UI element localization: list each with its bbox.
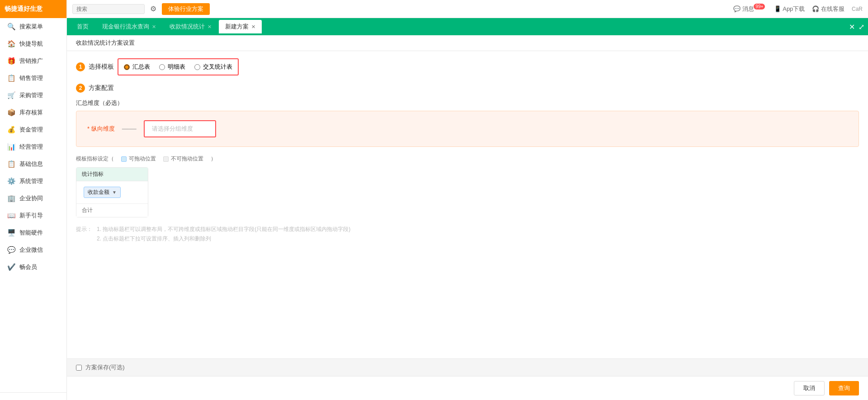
service-icon: 🎧 bbox=[812, 5, 819, 12]
enterprise-icon: 🏢 bbox=[7, 194, 16, 202]
sidebar-item-label: 基础信息 bbox=[19, 160, 43, 168]
indicator-table: 统计指标 收款金额 ▼ 合计 bbox=[76, 167, 148, 217]
tip-1: 提示： 1. 拖动标题栏可以调整布局，不可跨维度或指标区域拖动栏目字段(只能在同… bbox=[76, 226, 859, 233]
app-download[interactable]: 📱 App下载 bbox=[774, 5, 805, 13]
marketing-icon: 🎁 bbox=[7, 57, 16, 65]
legend-drag: 可拖动位置 bbox=[121, 155, 156, 163]
sidebar-item-label: 资金管理 bbox=[19, 126, 43, 134]
sidebar-item-label: 采购管理 bbox=[19, 91, 43, 99]
sidebar-item-enterprise[interactable]: 🏢企业协同 bbox=[0, 190, 66, 207]
online-service[interactable]: 🎧 在线客服 bbox=[812, 5, 844, 13]
dimension-title: 汇总维度（必选） bbox=[76, 99, 859, 107]
tab-receipt-stats[interactable]: 收款情况统计✕ bbox=[163, 20, 218, 33]
sidebar-item-label: 搜索菜单 bbox=[19, 23, 43, 31]
sidebar-item-guide[interactable]: 📖新手引导 bbox=[0, 207, 66, 224]
indicators-section: 模板指标设定（ 可拖动位置 不可拖动位置 ） 统计指标 bbox=[76, 155, 859, 217]
dimension-subsection: 汇总维度（必选） * 纵向维度 —— 请选择分组维度 bbox=[76, 99, 859, 147]
message-icon: 💬 bbox=[733, 5, 741, 12]
tab-label-home: 首页 bbox=[77, 23, 89, 31]
legend-nodrag: 不可拖动位置 bbox=[163, 155, 203, 163]
indicator-legend: 模板指标设定（ 可拖动位置 不可拖动位置 ） bbox=[76, 155, 859, 163]
tab-close-receipt-stats[interactable]: ✕ bbox=[208, 24, 212, 30]
tip-prefix: 提示： bbox=[76, 226, 95, 232]
sidebar-item-label: 企业微信 bbox=[19, 246, 43, 254]
radio-detail[interactable]: 明细表 bbox=[159, 63, 185, 71]
indicator-sum: 合计 bbox=[76, 203, 148, 217]
tab-close-new-plan[interactable]: ✕ bbox=[251, 24, 255, 30]
tab-label-receipt-stats: 收款情况统计 bbox=[170, 23, 205, 31]
sidebar-item-label: 新手引导 bbox=[19, 212, 43, 220]
step1-badge: 1 bbox=[76, 62, 85, 71]
sidebar-item-purchase[interactable]: 🛒采购管理 bbox=[0, 87, 66, 104]
tab-label-new-plan: 新建方案 bbox=[225, 23, 249, 31]
close-window-icon[interactable]: ✕ bbox=[849, 23, 855, 31]
tab-bank-flow[interactable]: 现金银行流水查询✕ bbox=[96, 20, 162, 33]
user-display[interactable]: CaR bbox=[852, 6, 863, 12]
footer-save-section: 方案保存(可选) bbox=[67, 358, 868, 376]
vertical-dimension-label: * 纵向维度 bbox=[87, 125, 115, 133]
member-icon: ✔️ bbox=[7, 263, 16, 271]
sidebar-item-wechat[interactable]: 💬企业微信 bbox=[0, 241, 66, 259]
inventory-icon: 📦 bbox=[7, 108, 16, 117]
purchase-icon: 🛒 bbox=[7, 91, 16, 99]
tab-new-plan[interactable]: 新建方案✕ bbox=[219, 20, 262, 33]
finance-icon: 💰 bbox=[7, 126, 16, 134]
template-selection: 汇总表 明细表 交叉统计表 bbox=[118, 58, 239, 75]
gear-icon[interactable]: ⚙ bbox=[150, 5, 156, 13]
tab-home[interactable]: 首页 bbox=[71, 20, 95, 33]
system-icon: ⚙️ bbox=[7, 177, 16, 185]
arrow-icon: —— bbox=[122, 125, 137, 133]
radio-summary[interactable]: 汇总表 bbox=[124, 63, 150, 71]
step2-badge: 2 bbox=[76, 84, 85, 93]
sidebar-item-label: 快捷导航 bbox=[19, 40, 43, 48]
sidebar-item-operations[interactable]: 📊经营管理 bbox=[0, 138, 66, 155]
notification-badge: 99+ bbox=[754, 4, 765, 9]
summary-label: 汇总表 bbox=[132, 63, 150, 71]
maximize-icon[interactable]: ⤢ bbox=[859, 23, 864, 31]
step2-title: 2 方案配置 bbox=[76, 84, 859, 93]
query-button[interactable]: 查询 bbox=[829, 381, 859, 395]
tab-label-bank-flow: 现金银行流水查询 bbox=[102, 23, 149, 31]
app-icon: 📱 bbox=[774, 5, 781, 12]
sidebar-item-sales[interactable]: 📋销售管理 bbox=[0, 70, 66, 87]
cancel-button[interactable]: 取消 bbox=[794, 381, 825, 395]
topbar-right: 💬 消息 99+ 📱 App下载 🎧 在线客服 CaR bbox=[733, 5, 863, 13]
sidebar-item-basic-info[interactable]: 📋基础信息 bbox=[0, 155, 66, 173]
group-dimension-select[interactable]: 请选择分组维度 bbox=[144, 120, 216, 137]
tab-close-bank-flow[interactable]: ✕ bbox=[152, 24, 156, 30]
sidebar-item-finance[interactable]: 💰资金管理 bbox=[0, 121, 66, 138]
save-plan-label: 方案保存(可选) bbox=[85, 363, 125, 372]
sidebar-item-inventory[interactable]: 📦库存核算 bbox=[0, 104, 66, 121]
sidebar-item-system[interactable]: ⚙️系统管理 bbox=[0, 173, 66, 190]
indicator-group-header: 统计指标 bbox=[76, 168, 148, 181]
sidebar-item-hardware[interactable]: 🖥️智能硬件 bbox=[0, 224, 66, 241]
step1-label: 选择模板 bbox=[89, 63, 114, 71]
sidebar-item-label: 销售管理 bbox=[19, 74, 43, 82]
sidebar-item-label: 系统管理 bbox=[19, 177, 43, 185]
indicators-title: 模板指标设定（ bbox=[76, 155, 114, 163]
page-body: 1 选择模板 汇总表 明细表 交叉统计表 bbox=[67, 51, 868, 358]
detail-label: 明细表 bbox=[168, 63, 185, 71]
quick-nav-icon: 🏠 bbox=[7, 40, 16, 48]
indicator-tag-receipt[interactable]: 收款金额 ▼ bbox=[84, 187, 121, 198]
industry-plan-button[interactable]: 体验行业方案 bbox=[162, 3, 210, 15]
save-plan-checkbox[interactable] bbox=[76, 365, 82, 371]
sidebar-item-label: 营销推广 bbox=[19, 57, 43, 65]
search-menu-icon: 🔍 bbox=[7, 23, 16, 31]
search-input[interactable] bbox=[72, 4, 145, 14]
tip-2: 提示： 2. 点击标题栏下拉可设置排序、插入列和删除列 bbox=[76, 235, 859, 243]
step2-label: 方案配置 bbox=[89, 84, 114, 92]
sidebar-item-search-menu[interactable]: 🔍搜索菜单 bbox=[0, 18, 66, 35]
notification-area[interactable]: 💬 消息 99+ bbox=[733, 5, 767, 13]
tabs-right-controls: ✕ ⤢ bbox=[849, 23, 864, 31]
sidebar: 畅捷通好生意 🔍搜索菜单🏠快捷导航🎁营销推广📋销售管理🛒采购管理📦库存核算💰资金… bbox=[0, 0, 67, 400]
guide-icon: 📖 bbox=[7, 212, 16, 220]
page-content: 收款情况统计方案设置 1 选择模板 汇总表 明细表 bbox=[67, 35, 868, 376]
radio-cross[interactable]: 交叉统计表 bbox=[194, 63, 232, 71]
tag-dropdown-icon: ▼ bbox=[112, 190, 117, 195]
sidebar-item-member[interactable]: ✔️畅会员 bbox=[0, 259, 66, 276]
topbar: ⚙ 体验行业方案 💬 消息 99+ 📱 App下载 🎧 在线客服 CaR bbox=[67, 0, 868, 18]
sidebar-item-marketing[interactable]: 🎁营销推广 bbox=[0, 52, 66, 70]
sidebar-item-quick-nav[interactable]: 🏠快捷导航 bbox=[0, 35, 66, 52]
drag-icon bbox=[121, 156, 127, 162]
